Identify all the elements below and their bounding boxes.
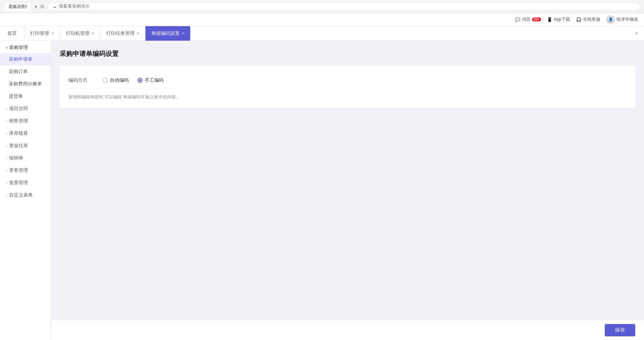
sidebar-category-invoice-label: 发票管理 [9,179,28,186]
expand-arrow-icon-3: › [6,144,7,148]
tab-code-settings-label: 单据编码设置 [151,30,180,37]
browser-address-bar[interactable]: ☁ 我要看实例演示 [48,2,640,11]
tab-print-task-management-close[interactable]: × [137,31,139,36]
message-label: 消息 [522,16,531,23]
content-area: 采购申请单编码设置 编码方式 自动编码 手工编码 [51,41,644,340]
message-badge: 99+ [532,17,541,21]
avatar: 👤 [606,15,615,24]
sidebar-category-retail[interactable]: › 零售管理 [0,164,51,177]
sidebar-item-purchase-order[interactable]: 采购订单 [0,65,51,78]
content-inner: 采购申请单编码设置 编码方式 自动编码 手工编码 [51,41,644,320]
sidebar-item-purchase-request[interactable]: 采购申请单 [0,53,51,65]
dropdown-icon[interactable]: ▾ [35,4,37,9]
expand-arrow-icon-7: › [6,193,7,197]
page-title: 采购申请单编码设置 [60,49,635,58]
footer-bar: 保存 [51,320,644,340]
user-name: 徐泽华修改 [616,16,638,23]
message-button[interactable]: 💬 消息 99+ [515,16,541,23]
expand-arrow-icon-5: › [6,169,7,173]
sidebar-category-custom-form-label: 自定义表单 [9,192,33,198]
encoding-row: 编码方式 自动编码 手工编码 [68,73,627,88]
sidebar-category-project-contract-label: 项目合同 [9,105,28,112]
address-text: 我要看实例演示 [59,3,89,9]
sidebar-category-inventory-label: 库存核算 [9,130,28,137]
app-header: 💬 消息 99+ 📱 App下载 🎧 在线客服 👤 徐泽华修改 [0,13,644,26]
sidebar-category-expense-report[interactable]: › 报销单 [0,152,51,164]
radio-manual-label: 手工编码 [145,77,164,84]
expand-arrow-icon-2: › [6,131,7,135]
expand-arrow-icon-6: › [6,181,7,185]
settings-icon[interactable]: ⚙ [40,4,45,9]
radio-manual-encoding[interactable]: 手工编码 [137,77,164,84]
tab-print-management-close[interactable]: × [51,31,54,36]
online-service-label: 在线客服 [583,16,600,23]
sidebar-category-sales-management[interactable]: › 销售管理 [0,115,51,127]
radio-auto-label: 自动编码 [110,77,129,84]
cloud-icon: ☁ [52,4,57,9]
app-download-button[interactable]: 📱 App下载 [547,16,570,23]
radio-group: 自动编码 手工编码 [103,77,164,84]
radio-auto-encoding[interactable]: 自动编码 [103,77,129,84]
purchase-group-label: 采购管理 [9,44,28,51]
main-layout: ▾ 采购管理 采购申请单 采购订单 采购费用分摊单 进货单 › 项目合同 › 销… [0,41,644,340]
tab-print-task-management-label: 打印任务管理 [106,30,135,37]
sidebar-category-expense-report-label: 报销单 [9,155,23,161]
browser-tab-title: 老板勿割! [8,4,27,10]
sidebar-category-invoice[interactable]: › 发票管理 [0,177,51,189]
radio-auto-circle [103,78,108,83]
sidebar-category-capital-label: 资金往来 [9,142,28,149]
user-menu[interactable]: 👤 徐泽华修改 [606,15,638,24]
tab-bar: 首页 打印管理 × 打印机管理 × 打印任务管理 × 单据编码设置 × × [0,26,644,41]
tab-print-task-management[interactable]: 打印任务管理 × [100,26,145,41]
browser-tab[interactable]: 老板勿割! [4,2,32,11]
sidebar-item-purchase-request-label: 采购申请单 [9,56,32,62]
tab-home-label: 首页 [7,30,17,37]
sidebar-item-goods-receipt-label: 进货单 [9,93,23,100]
hint-text: 新增和编辑单据时,可以编辑'单据编码号'输入框中的内容。 [68,94,627,100]
app-download-label: App下载 [554,16,570,23]
sidebar-item-purchase-expense-label: 采购费用分摊单 [9,81,42,87]
sidebar-item-purchase-order-label: 采购订单 [9,68,28,75]
save-button[interactable]: 保存 [605,324,635,336]
tab-printer-management-close[interactable]: × [92,31,94,36]
expand-arrow-icon-4: › [6,156,7,160]
settings-card: 编码方式 自动编码 手工编码 新增和编辑单据时,可以编辑'单据编码号'输入框中的… [60,65,635,108]
tab-printer-management[interactable]: 打印机管理 × [60,26,100,41]
sidebar-category-retail-label: 零售管理 [9,167,28,174]
sidebar-category-custom-form[interactable]: › 自定义表单 [0,189,51,201]
tab-code-settings-close[interactable]: × [182,31,184,36]
encoding-label: 编码方式 [68,77,94,84]
collapse-arrow-icon: ▾ [6,46,8,50]
header-right: 💬 消息 99+ 📱 App下载 🎧 在线客服 👤 徐泽华修改 [515,15,638,24]
tab-bar-close-button[interactable]: × [629,30,644,37]
sidebar-item-goods-receipt[interactable]: 进货单 [0,90,51,102]
purchase-group: ▾ 采购管理 采购申请单 采购订单 采购费用分摊单 进货单 [0,41,51,102]
expand-arrow-icon-0: › [6,107,7,111]
message-icon: 💬 [515,17,520,22]
sidebar-category-sales-management-label: 销售管理 [9,118,28,124]
sidebar-category-project-contract[interactable]: › 项目合同 [0,102,51,115]
sidebar-item-purchase-expense[interactable]: 采购费用分摊单 [0,78,51,90]
expand-arrow-icon-1: › [6,119,7,123]
tab-print-management[interactable]: 打印管理 × [24,26,60,41]
tab-print-management-label: 打印管理 [30,30,49,37]
sidebar: ▾ 采购管理 采购申请单 采购订单 采购费用分摊单 进货单 › 项目合同 › 销… [0,41,51,340]
tab-printer-management-label: 打印机管理 [66,30,89,37]
sidebar-category-inventory[interactable]: › 库存核算 [0,127,51,139]
online-service-button[interactable]: 🎧 在线客服 [576,16,600,23]
mobile-icon: 📱 [547,17,552,22]
browser-bar: 老板勿割! ▾ ⚙ ☁ 我要看实例演示 [0,0,644,13]
tab-home[interactable]: 首页 [0,26,24,41]
headset-icon: 🎧 [576,17,581,22]
purchase-group-title[interactable]: ▾ 采购管理 [0,41,51,53]
sidebar-category-capital[interactable]: › 资金往来 [0,139,51,152]
tab-code-settings[interactable]: 单据编码设置 × [145,26,191,41]
radio-manual-circle [137,78,143,83]
